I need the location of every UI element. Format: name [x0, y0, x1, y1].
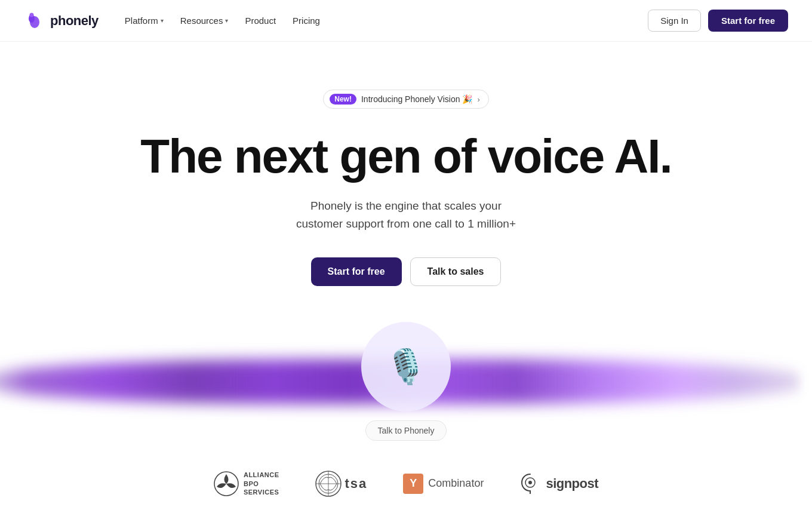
talk-to-sales-button[interactable]: Talk to sales	[410, 257, 502, 286]
nav-resources[interactable]: Resources ▾	[173, 11, 236, 30]
signpost-logo: signpost	[519, 473, 598, 494]
start-free-hero-button[interactable]: Start for free	[311, 257, 402, 286]
mic-section: 🎙️	[24, 322, 788, 397]
start-free-nav-button[interactable]: Start for free	[708, 10, 788, 32]
svg-point-2	[30, 13, 34, 17]
tsa-logo: tsa	[315, 471, 368, 497]
nav-product[interactable]: Product	[238, 11, 283, 30]
nav-right: Sign In Start for free	[648, 10, 788, 32]
nav-items: Platform ▾ Resources ▾ Product Pricing	[118, 11, 327, 30]
signpost-text: signpost	[546, 476, 598, 492]
hero-title: The next gen of voice AI.	[140, 130, 671, 183]
nav-left: phonely Platform ▾ Resources ▾ Product P…	[24, 10, 327, 32]
sign-in-button[interactable]: Sign In	[648, 10, 701, 32]
svg-point-9	[528, 481, 532, 484]
mic-button[interactable]: 🎙️	[361, 322, 451, 411]
brand-name: phonely	[50, 13, 99, 29]
yc-box: Y	[403, 474, 423, 494]
navbar: phonely Platform ▾ Resources ▾ Product P…	[0, 0, 812, 42]
ycombinator-logo: Y Combinator	[403, 474, 484, 494]
chevron-down-icon: ▾	[161, 17, 164, 24]
hero-buttons: Start for free Talk to sales	[311, 257, 502, 286]
chevron-right-icon: ›	[477, 95, 479, 104]
alliance-icon	[214, 471, 239, 496]
alliance-text: ALLIANCEBPOSERVICES	[244, 471, 279, 496]
hero-section: New! Introducing Phonely Vision 🎉 › The …	[0, 42, 812, 441]
badge-text: Introducing Phonely Vision 🎉	[361, 94, 472, 104]
partner-logos: ALLIANCEBPOSERVICES tsa Y Combinator sig…	[0, 441, 812, 513]
hero-subtitle: Phonely is the engine that scales your c…	[296, 197, 516, 234]
nav-pricing[interactable]: Pricing	[285, 11, 327, 30]
badge-new-label: New!	[330, 94, 356, 105]
alliance-bpo-logo: ALLIANCEBPOSERVICES	[214, 471, 279, 496]
nav-platform[interactable]: Platform ▾	[118, 11, 171, 30]
yc-text: Combinator	[428, 477, 484, 490]
signpost-icon	[519, 473, 541, 494]
tsa-text: tsa	[345, 476, 368, 492]
announcement-badge[interactable]: New! Introducing Phonely Vision 🎉 ›	[323, 90, 488, 109]
logo[interactable]: phonely	[24, 10, 99, 32]
microphone-icon: 🎙️	[385, 347, 427, 386]
talk-phonely-label[interactable]: Talk to Phonely	[365, 420, 447, 441]
chevron-down-icon: ▾	[225, 17, 228, 24]
tsa-icon	[315, 471, 342, 497]
